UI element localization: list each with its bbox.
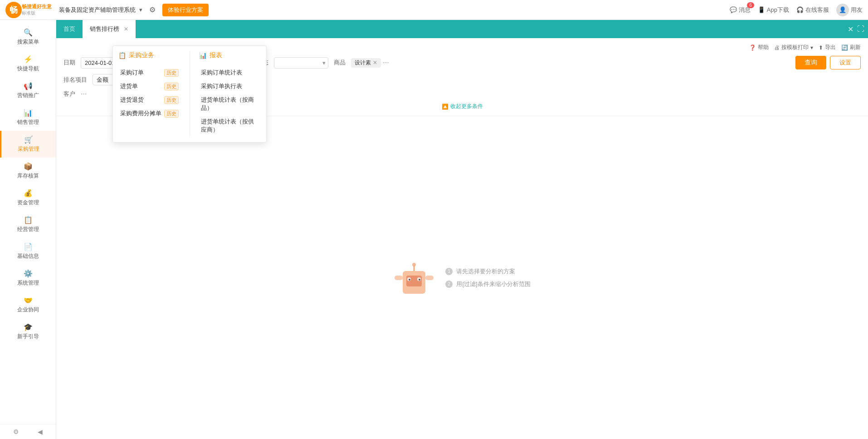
voucher-status-select[interactable] [274,57,328,69]
sidebar: 🔍 搜索菜单 ⚡ 快捷导航 📢 营销推广 📊 销售管理 🛒 采购管理 [0,20,56,439]
logo-text: 畅捷通好生意 标准版 [22,3,52,16]
sidebar-item-purchase[interactable]: 🛒 采购管理 [0,131,56,158]
logo-area: 畅 畅捷通好生意 标准版 [5,2,52,18]
sidebar-item-system[interactable]: ⚙️ 系统管理 [0,265,56,291]
collapse-conditions-button[interactable]: 🔼 收起更多条件 [442,103,483,110]
headset-icon: 🎧 [796,6,804,13]
tab-sales-rank[interactable]: 销售排行榜 ✕ [83,20,136,38]
empty-tips: 1 请先选择要分析的方案 2 用[过滤]条件来缩小分析范围 [445,267,530,288]
lightning-icon: ⚡ [24,55,33,64]
sidebar-settings-button[interactable]: ⚙ [13,428,19,435]
menu-item-incoming[interactable]: 进货单 历史 [118,79,180,93]
tab-close-icon[interactable]: ✕ [124,26,128,32]
system-title-dropdown[interactable]: ▾ [139,6,142,13]
search-icon: 🔍 [24,28,33,37]
main-content: 1 请先选择要分析的方案 2 用[过滤]条件来缩小分析范围 [56,116,868,439]
menu-item-purchase-order-exec[interactable]: 采购订单执行表 [199,79,261,93]
settings-action-button[interactable]: 设置 [830,56,861,69]
sidebar-collapse-button[interactable]: ◀ [38,428,43,435]
history-tag-return: 历史 [164,96,179,104]
online-service-button[interactable]: 🎧 在线客服 [796,6,829,14]
message-button[interactable]: 💬 消息 6 [730,6,751,14]
sidebar-item-operations[interactable]: 📋 经营管理 [0,211,56,238]
action-buttons: 查询 设置 [795,56,861,69]
print-button[interactable]: 🖨 按模板打印 ▾ [774,44,813,51]
menu-item-purchase-order-stat[interactable]: 采购订单统计表 [199,66,261,79]
menu-item-incoming-stat-supplier[interactable]: 进货单统计表（按供应商） [199,115,261,137]
sidebar-menu: 🔍 搜索菜单 ⚡ 快捷导航 📢 营销推广 📊 销售管理 🛒 采购管理 [0,20,56,424]
goods-more-button[interactable]: ··· [383,59,389,67]
clipboard-icon: 📋 [24,216,33,224]
export-button[interactable]: ⬆ 导出 [819,44,836,51]
system-title: 装备及固定资产辅助管理系统 [59,6,136,14]
doc-icon: 📄 [24,242,33,251]
tab-maximize-button[interactable]: ⛶ [857,25,864,33]
app-download-button[interactable]: 📱 App下载 [758,6,789,14]
date-filter-label: 日期 [63,59,75,67]
logo-icon: 畅 [5,2,22,18]
empty-state: 1 请先选择要分析的方案 2 用[过滤]条件来缩小分析范围 [394,257,530,298]
sidebar-item-search[interactable]: 🔍 搜索菜单 [0,24,56,50]
goods-tag-close[interactable]: ✕ [373,59,377,66]
sidebar-item-inventory[interactable]: 📦 库存核算 [0,158,56,184]
purchase-business-title: 📋 采购业务 [118,51,180,61]
tab-home[interactable]: 首页 [56,20,83,38]
sidebar-item-marketing[interactable]: 📢 营销推广 [0,77,56,104]
sidebar-item-finance[interactable]: 💰 资金管理 [0,184,56,211]
menu-item-return[interactable]: 进货退货 历史 [118,93,180,107]
sidebar-item-basic-info[interactable]: 📄 基础信息 [0,238,56,265]
tab-close-window-button[interactable]: ✕ [848,25,853,34]
refresh-icon: 🔄 [841,44,848,51]
empty-tip-2: 2 用[过滤]条件来缩小分析范围 [445,280,530,288]
empty-illustration [394,257,434,298]
svg-rect-1 [406,276,422,286]
customer-filter-wrap: ··· [81,90,87,98]
history-tag-incoming: 历史 [164,83,179,90]
industry-plan-button[interactable]: 体验行业方案 [162,4,209,16]
empty-tip-1: 1 请先选择要分析的方案 [445,267,530,276]
handshake-icon: 🤝 [24,296,33,305]
menu-item-incoming-stat-goods[interactable]: 进货单统计表（按商品） [199,93,261,115]
top-bar: 畅 畅捷通好生意 标准版 装备及固定资产辅助管理系统 ▾ ⚙ 体验行业方案 💬 … [0,0,868,20]
megaphone-icon: 📢 [24,82,33,90]
print-dropdown-icon: ▾ [810,44,813,51]
purchase-business-icon: 📋 [118,52,126,59]
help-icon: ❓ [749,44,756,51]
sidebar-item-newbie[interactable]: 🎓 新手引导 [0,318,56,345]
tab-actions: ✕ ⛶ [844,25,868,34]
menu-item-purchase-expense[interactable]: 采购费用分摊单 历史 [118,107,180,120]
purchase-menu-panel: 📋 采购业务 采购订单 历史 进货单 历史 进货退货 历史 采购费用分摊单 [112,45,267,143]
sidebar-item-enterprise[interactable]: 🤝 企业协同 [0,291,56,318]
purchase-report-title: 📊 报表 [199,51,261,61]
message-icon: 💬 [730,6,737,13]
user-menu-button[interactable]: 👤 用友 [836,4,863,16]
query-button[interactable]: 查询 [795,56,826,69]
menu-divider [190,51,190,137]
history-tag-purchase-order: 历史 [164,69,179,77]
refresh-button[interactable]: 🔄 刷新 [841,44,861,51]
chart-icon: 📊 [24,109,33,117]
svg-point-7 [412,263,416,266]
goods-filter-label: 商品 [334,59,346,67]
goods-tag: 设计素 ✕ [351,58,381,68]
system-settings-button[interactable]: ⚙ [146,4,159,16]
money-icon: 💰 [24,189,33,197]
purchase-business-section: 📋 采购业务 采购订单 历史 进货单 历史 进货退货 历史 采购费用分摊单 [118,51,180,137]
phone-icon: 📱 [758,6,765,13]
export-icon: ⬆ [819,44,823,51]
customer-label: 客户 [63,90,75,98]
step-2-num: 2 [445,281,453,288]
box-icon: 📦 [24,162,33,171]
menu-item-purchase-order[interactable]: 采购订单 历史 [118,66,180,79]
step-1-num: 1 [445,268,453,275]
sidebar-item-sales[interactable]: 📊 销售管理 [0,104,56,131]
tab-bar: 首页 销售排行榜 ✕ ✕ ⛶ [56,20,868,38]
sidebar-item-quick-nav[interactable]: ⚡ 快捷导航 [0,50,56,77]
print-icon: 🖨 [774,44,780,51]
gear-icon: ⚙️ [24,269,33,278]
help-button[interactable]: ❓ 帮助 [749,44,769,51]
top-right-area: 💬 消息 6 📱 App下载 🎧 在线客服 👤 用友 [730,4,863,16]
customer-more-button[interactable]: ··· [81,90,87,98]
report-icon: 📊 [199,52,207,59]
collapse-icon: 🔼 [442,104,449,110]
